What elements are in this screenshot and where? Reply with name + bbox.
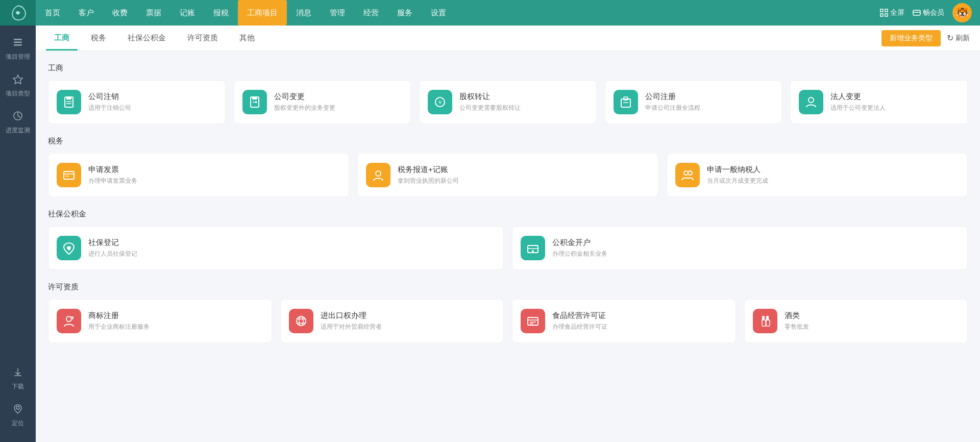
sidebar: 项目管理 项目类型 进度监测 下载 bbox=[0, 26, 36, 442]
location-icon bbox=[12, 403, 23, 417]
card-text-social-insurance: 社保登记 进行人员社保登记 bbox=[88, 238, 137, 258]
sidebar-item-progress[interactable]: 进度监测 bbox=[0, 104, 36, 141]
card-icon-apply-invoice bbox=[57, 163, 81, 187]
card-desc-apply-invoice: 办理申请发票业务 bbox=[88, 177, 137, 185]
tab-xuke[interactable]: 许可资质 bbox=[179, 26, 226, 51]
card-text-company-change: 公司变更 股权变更外的业务变更 bbox=[274, 92, 335, 112]
card-title-housing-fund: 公积金开户 bbox=[552, 238, 607, 248]
card-desc-company-register: 申请公司注册全流程 bbox=[645, 104, 700, 112]
card-text-housing-fund: 公积金开户 办理公积金相关业务 bbox=[552, 238, 607, 258]
card-desc-import-export: 适用于对外贸易经营者 bbox=[321, 323, 382, 331]
refresh-icon: ↻ bbox=[947, 33, 953, 43]
refresh-button[interactable]: ↻ 刷新 bbox=[947, 33, 970, 43]
chart-icon bbox=[12, 110, 23, 124]
card-title-company-cancel: 公司注销 bbox=[88, 92, 131, 102]
svg-point-30 bbox=[688, 171, 692, 175]
svg-rect-14 bbox=[66, 97, 71, 100]
card-food-license[interactable]: 食品经营许可证 办理食品经营许可证 bbox=[512, 299, 736, 343]
svg-point-24 bbox=[808, 97, 814, 103]
avatar[interactable]: 🐯 bbox=[952, 3, 972, 22]
card-company-change[interactable]: 公司变更 股权变更外的业务变更 bbox=[234, 80, 411, 124]
nav-message[interactable]: 消息 bbox=[287, 0, 321, 26]
nav-business[interactable]: 工商项目 bbox=[238, 0, 287, 26]
svg-point-38 bbox=[299, 316, 303, 326]
star-icon bbox=[12, 73, 23, 87]
card-legal-change[interactable]: 法人变更 适用于公司变更法人 bbox=[790, 80, 968, 124]
card-icon-social-insurance bbox=[57, 236, 81, 260]
add-type-button[interactable]: 新增业务类型 bbox=[881, 30, 941, 46]
card-icon-apply-taxpayer bbox=[675, 163, 700, 187]
card-import-export[interactable]: 进出口权办理 适用于对外贸易经营者 bbox=[280, 299, 504, 343]
card-text-company-cancel: 公司注销 适用于注销公司 bbox=[88, 92, 131, 112]
nav-fee[interactable]: 收费 bbox=[103, 0, 137, 26]
sidebar-item-download[interactable]: 下载 bbox=[0, 360, 36, 397]
card-trademark[interactable]: R 商标注册 用于企业商标注册服务 bbox=[48, 299, 272, 343]
card-housing-fund[interactable]: 公积金开户 办理公积金相关业务 bbox=[512, 226, 968, 270]
nav-manage[interactable]: 管理 bbox=[321, 0, 354, 26]
card-desc-apply-taxpayer: 当月或次月成变更完成 bbox=[707, 177, 768, 185]
card-apply-invoice[interactable]: 申请发票 办理申请发票业务 bbox=[48, 153, 349, 197]
card-alcohol[interactable]: 酒类 零售批发 bbox=[744, 299, 968, 343]
card-icon-food-license bbox=[521, 309, 545, 333]
card-equity-transfer[interactable]: ￥ 股权转让 公司变更需要股权转让 bbox=[419, 80, 597, 124]
tab-bar: 工商 税务 社保公积金 许可资质 其他 新增业务类型 ↻ 刷新 bbox=[36, 26, 980, 51]
card-tax-bookkeeping[interactable]: 税务报道+记账 拿到营业执照的新公司 bbox=[357, 153, 658, 197]
card-title-company-change: 公司变更 bbox=[274, 92, 335, 102]
nav-home[interactable]: 首页 bbox=[36, 0, 69, 26]
card-icon-housing-fund bbox=[521, 236, 545, 260]
svg-text:R: R bbox=[71, 317, 73, 320]
sidebar-label-project-manage: 项目管理 bbox=[6, 53, 30, 61]
nav-right: 全屏 畅会员 🐯 bbox=[880, 3, 980, 22]
nav-operation[interactable]: 经营 bbox=[354, 0, 388, 26]
card-icon-alcohol bbox=[753, 309, 777, 333]
sidebar-label-progress: 进度监测 bbox=[6, 126, 30, 135]
card-text-food-license: 食品经营许可证 办理食品经营许可证 bbox=[552, 311, 607, 331]
nav-tax[interactable]: 报税 bbox=[204, 0, 238, 26]
nav-bookkeeping[interactable]: 记账 bbox=[170, 0, 204, 26]
content-area: 工商 税务 社保公积金 许可资质 其他 新增业务类型 ↻ 刷新 工商 bbox=[36, 26, 980, 442]
card-icon-trademark: R bbox=[57, 309, 81, 333]
card-social-insurance[interactable]: 社保登记 进行人员社保登记 bbox=[48, 226, 504, 270]
card-desc-legal-change: 适用于公司变更法人 bbox=[830, 104, 886, 112]
sidebar-item-project-manage[interactable]: 项目管理 bbox=[0, 31, 36, 67]
tab-other[interactable]: 其他 bbox=[231, 26, 263, 51]
tab-list: 工商 税务 社保公积金 许可资质 其他 bbox=[46, 26, 881, 51]
card-icon-import-export bbox=[289, 309, 313, 333]
card-text-company-register: 公司注册 申请公司注册全流程 bbox=[645, 92, 700, 112]
tab-shiwu[interactable]: 税务 bbox=[83, 26, 114, 51]
svg-point-12 bbox=[16, 406, 19, 409]
card-title-alcohol: 酒类 bbox=[785, 311, 809, 321]
fullscreen-button[interactable]: 全屏 bbox=[880, 8, 904, 17]
card-apply-taxpayer[interactable]: 申请一般纳税人 当月或次月成变更完成 bbox=[667, 153, 968, 197]
tab-shebao[interactable]: 社保公积金 bbox=[119, 26, 174, 51]
sidebar-item-location[interactable]: 定位 bbox=[0, 397, 36, 434]
svg-rect-4 bbox=[913, 10, 920, 15]
sidebar-item-project-type[interactable]: 项目类型 bbox=[0, 67, 36, 104]
fullscreen-label: 全屏 bbox=[890, 8, 904, 17]
nav-customer[interactable]: 客户 bbox=[69, 0, 103, 26]
section-shiwu: 税务 申请发票 办理申请发票业务 bbox=[48, 136, 968, 197]
svg-rect-18 bbox=[252, 97, 257, 100]
section-title-gongshang: 工商 bbox=[48, 63, 968, 73]
tab-gongshang[interactable]: 工商 bbox=[46, 26, 78, 51]
card-desc-housing-fund: 办理公积金相关业务 bbox=[552, 250, 607, 258]
nav-ticket[interactable]: 票据 bbox=[137, 0, 170, 26]
card-desc-equity-transfer: 公司变更需要股权转让 bbox=[459, 104, 521, 112]
shebao-cards-grid: 社保登记 进行人员社保登记 公积金开户 办理公积金相关业务 bbox=[48, 226, 968, 270]
card-title-tax-bookkeeping: 税务报道+记账 bbox=[398, 165, 459, 175]
card-company-cancel[interactable]: 公司注销 适用于注销公司 bbox=[48, 80, 226, 124]
svg-rect-0 bbox=[880, 9, 883, 12]
nav-service[interactable]: 服务 bbox=[388, 0, 422, 26]
section-gongshang: 工商 公司注销 适用于注销公司 bbox=[48, 63, 968, 124]
sidebar-label-download: 下载 bbox=[12, 382, 24, 391]
nav-settings[interactable]: 设置 bbox=[422, 0, 455, 26]
svg-rect-45 bbox=[762, 316, 765, 320]
svg-rect-25 bbox=[64, 171, 74, 179]
card-company-register[interactable]: 公司注册 申请公司注册全流程 bbox=[605, 80, 782, 124]
download-icon bbox=[12, 366, 23, 380]
svg-marker-9 bbox=[13, 75, 22, 84]
svg-rect-7 bbox=[14, 42, 22, 43]
svg-rect-46 bbox=[766, 316, 769, 320]
member-button[interactable]: 畅会员 bbox=[913, 8, 944, 17]
section-title-shebao: 社保公积金 bbox=[48, 209, 968, 219]
